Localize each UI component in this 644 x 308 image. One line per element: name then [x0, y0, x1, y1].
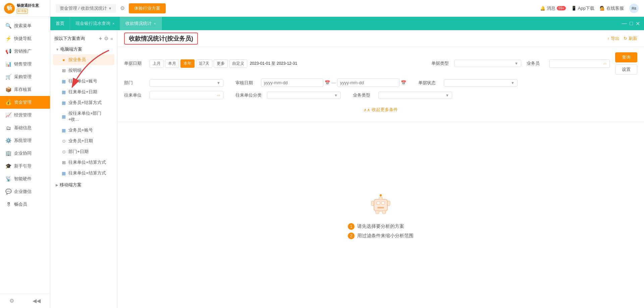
review-date-to[interactable] [337, 79, 399, 87]
sidebar-item-guide[interactable]: 🎓 新手引导 [0, 160, 50, 172]
voucher-type-select[interactable]: ▼ [454, 60, 521, 67]
review-date-from[interactable] [261, 79, 323, 87]
date-option-group: 上月 本月 本年 近7天 更多 自定义 2023-01-01 至 2023-12… [150, 59, 297, 68]
partner-label: 往来单位 [124, 92, 144, 98]
sidebar-item-marketing[interactable]: 📢 营销推广 [0, 45, 50, 58]
hardware-icon: 📡 [5, 176, 11, 182]
refresh-icon: ↻ [624, 36, 627, 41]
tree-item-by-salesperson[interactable]: ● 按业务员 [53, 54, 114, 65]
partner-category-select[interactable]: ▼ [267, 92, 341, 99]
step-2-text: 用过滤条件来缩小分析范围 [357, 233, 414, 239]
search-icon: 🔍 [5, 23, 11, 29]
dept-select[interactable]: ▼ [150, 79, 223, 87]
notification-label: 消息 [547, 5, 555, 11]
notification-badge: 99+ [557, 6, 566, 10]
sidebar-item-member[interactable]: 🎖 畅会员 [0, 198, 50, 211]
step-1-num: 1 [348, 223, 355, 230]
data-area: 1 请先选择要分析的方案 2 用过滤条件来缩小分析范围 [117, 122, 644, 308]
tree-item-unit-settlement2[interactable]: ▦ 往来单位+结算方式 [53, 168, 114, 178]
refresh-button[interactable]: ↻ 刷新 [624, 36, 637, 42]
sidebar-item-inventory[interactable]: 📦 库存核算 [0, 83, 50, 96]
tab-bank-flow-close[interactable]: × [112, 21, 114, 25]
date-btn-custom[interactable]: 自定义 [229, 59, 247, 68]
tree-item-unit-date[interactable]: ▦ 往来单位+日期 [53, 87, 114, 97]
right-content: 收款情况统计(按业务员) ↑ 导出 ↻ 刷新 单据日期 [117, 30, 644, 308]
sidebar-item-hardware[interactable]: 📡 智能硬件 [0, 172, 50, 185]
tab-receipt-stats-close[interactable]: × [154, 21, 156, 25]
tab-receipt-stats[interactable]: 收款情况统计 × [120, 17, 161, 30]
settings-button[interactable]: 设置 [615, 64, 637, 74]
collapse-panel-icon[interactable]: « [110, 36, 113, 41]
window-maximize-icon[interactable]: □ [630, 20, 633, 27]
sidebar-label-system: 系统管理 [14, 138, 32, 144]
trial-button[interactable]: 体验行业方案 [129, 3, 166, 13]
salesperson-icon: ● [61, 57, 66, 62]
date-btn-last-7days[interactable]: 近7天 [196, 59, 212, 68]
tree-item-salesperson-account[interactable]: ▦ 业务员+账号 [53, 125, 114, 136]
tree-item-unit-settlement1[interactable]: ⊞ 往来单位+结算方式 [53, 157, 114, 168]
sidebar-item-operations[interactable]: 📈 经营管理 [0, 109, 50, 121]
sidebar-collapse-icon[interactable]: ◀◀ [33, 298, 41, 304]
app-download-item[interactable]: 📱 App下载 [571, 5, 594, 11]
svg-rect-2 [381, 202, 385, 204]
partner-select[interactable]: ··· [150, 91, 223, 99]
sidebar-item-purchase[interactable]: 🛒 采购管理 [0, 70, 50, 83]
calendar-from-icon[interactable]: 📅 [325, 80, 330, 85]
sidebar-item-corp[interactable]: 🏢 企业协同 [0, 147, 50, 160]
tree-item-by-detail[interactable]: ⊞ 按明细 [53, 65, 114, 76]
date-btn-more[interactable]: 更多 [214, 59, 228, 68]
sidebar-label-purchase: 采购管理 [14, 74, 32, 80]
tab-home[interactable]: 首页 [50, 17, 70, 30]
collapse-bar[interactable]: ∧∧ 收起更多条件 [124, 103, 637, 116]
date-btn-last-month[interactable]: 上月 [150, 59, 164, 68]
window-minimize-icon[interactable]: — [622, 20, 627, 27]
tree-item-unit-settlement1-label: 往来单位+结算方式 [68, 159, 106, 165]
sidebar-item-basic[interactable]: 🗂 基础信息 [0, 121, 50, 134]
dept-chevron: ▼ [217, 81, 220, 85]
topbar-right: 🔔 消息 99+ 📱 App下载 💁 在线客服 Rit [540, 4, 639, 13]
inventory-icon: 📦 [5, 87, 11, 93]
salesperson-select[interactable]: ··· [549, 59, 610, 68]
window-close-icon[interactable]: ✕ [636, 20, 640, 27]
topbar-settings-icon[interactable]: ⚙ [120, 5, 125, 11]
notification-item[interactable]: 🔔 消息 99+ [540, 5, 566, 11]
empty-state: 1 请先选择要分析的方案 2 用过滤条件来缩小分析范围 [348, 191, 414, 239]
sidebar-label-finance: 资金管理 [14, 99, 32, 105]
sidebar-item-quicknav[interactable]: ⚡ 快捷导航 [0, 32, 50, 45]
scheme-settings-icon[interactable]: ⚙ [104, 36, 108, 42]
online-service-item[interactable]: 💁 在线客服 [600, 5, 624, 11]
left-panel-header: 按以下方案查询 + ⚙ « [50, 34, 117, 44]
sidebar-item-system[interactable]: ⚙️ 系统管理 [0, 134, 50, 147]
tree-item-salesperson-label: 按业务员 [68, 57, 86, 63]
tab-bank-flow[interactable]: 现金银行流水查询 × [70, 17, 120, 30]
tree-parent-mobile[interactable]: ▶ 移动端方案 [53, 180, 114, 190]
tree-item-unit-account[interactable]: ▦ 往来单位+账号 [53, 76, 114, 87]
sidebar-item-sales[interactable]: 📊 销售管理 [0, 58, 50, 70]
sidebar-item-search[interactable]: 🔍 搜索菜单 [0, 19, 50, 32]
calendar-to-icon[interactable]: 📅 [401, 80, 406, 85]
export-button[interactable]: ↑ 导出 [607, 36, 620, 42]
query-button[interactable]: 查询 [615, 52, 637, 62]
sidebar-item-finance[interactable]: 💰 资金管理 [0, 96, 50, 109]
voucher-status-select[interactable]: ▼ [444, 79, 518, 87]
tree-item-salesperson-settlement[interactable]: ▦ 业务员+结算方式 [53, 97, 114, 108]
tree-item-detail-label: 按明细 [68, 67, 82, 73]
date-btn-this-month[interactable]: 本月 [165, 59, 179, 68]
add-scheme-icon[interactable]: + [99, 36, 102, 42]
tree-item-salesperson-date-label: 业务员+日期 [68, 138, 93, 144]
quicknav-icon: ⚡ [5, 36, 11, 42]
voucher-type-chevron: ▼ [515, 61, 518, 65]
sidebar-settings-icon[interactable]: ⚙ [9, 298, 14, 304]
business-type-select[interactable]: ▼ [378, 92, 452, 99]
tree-item-dept-date[interactable]: ⊙ 部门+日期 [53, 146, 114, 157]
svg-rect-4 [379, 197, 382, 200]
tree-parent-desktop[interactable]: ▼ 电脑端方案 [53, 44, 114, 54]
salesperson-more-icon: ··· [603, 61, 607, 66]
sidebar-item-wechat[interactable]: 💬 企业微信 [0, 185, 50, 198]
tree-item-salesperson-date[interactable]: ⊙ 业务员+日期 [53, 136, 114, 146]
date-btn-this-year[interactable]: 本年 [180, 59, 195, 68]
user-avatar[interactable]: Rit [629, 4, 639, 13]
sidebar-label-operations: 经营管理 [14, 112, 32, 118]
review-date-group: 📅 — 📅 [261, 79, 406, 87]
tree-item-unit-dept-recv[interactable]: ▦ 按往来单位+部门+收... [53, 108, 114, 125]
